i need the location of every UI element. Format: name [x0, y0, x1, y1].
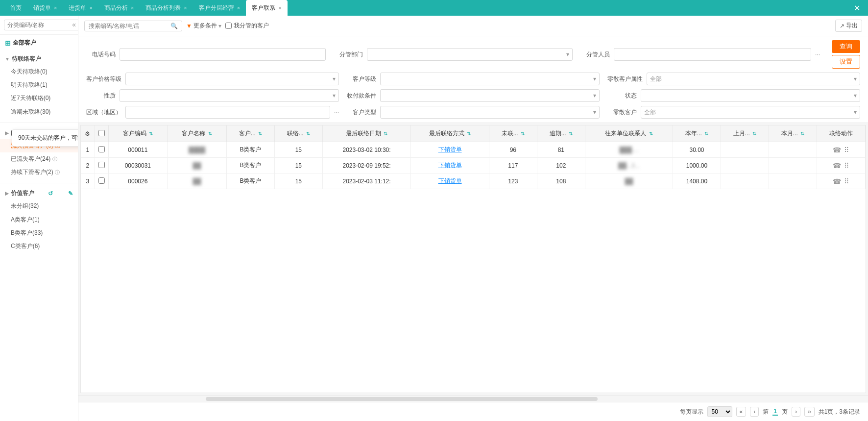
person-select[interactable] [614, 48, 811, 61]
sort-overdue-icon[interactable]: ⇅ [569, 131, 573, 136]
sidebar-item-class-b[interactable]: B类客户(33) [0, 226, 78, 240]
filter-zero-customer: 零散客户 全部 ▾ [607, 106, 860, 119]
more-conditions-btn[interactable]: ▼ 更多条件 ▾ [186, 22, 221, 30]
query-btn[interactable]: 查询 [832, 40, 860, 53]
tab-sales-close[interactable]: × [54, 5, 57, 11]
sort-this-month-icon[interactable]: ⇅ [800, 131, 804, 136]
phone-action-icon-2[interactable]: ☎ [833, 177, 841, 185]
tab-sales[interactable]: 销货单 × [27, 0, 63, 16]
customer-type-select[interactable]: ▾ [380, 106, 600, 119]
search-input[interactable] [89, 23, 170, 29]
tab-purchase[interactable]: 进货单 × [63, 0, 98, 16]
customer-level-select[interactable]: ▾ [380, 73, 600, 85]
sidebar-item-today[interactable]: 今天待联络(0) [0, 65, 78, 78]
th-type: 客户... ⇅ [226, 125, 274, 142]
sort-method-icon[interactable]: ⇅ [467, 131, 471, 136]
phone-action-icon-1[interactable]: ☎ [833, 162, 841, 170]
zero-customer-select[interactable]: 全部 ▾ [641, 106, 860, 119]
tab-customer-contact-close[interactable]: × [278, 5, 281, 11]
arrow-down-icon: ▼ [5, 56, 10, 62]
tab-customer-tier-close[interactable]: × [237, 5, 240, 11]
row-checkbox-0[interactable] [98, 146, 105, 152]
sort-type-icon[interactable]: ⇅ [258, 131, 262, 136]
price-level-select[interactable]: ▾ [125, 73, 339, 85]
sort-code-icon[interactable]: ⇅ [149, 131, 153, 136]
cell-method-2[interactable]: 下销货单 [411, 173, 489, 189]
per-page-select[interactable]: 50 20 100 [707, 406, 732, 417]
chevron-icon: ▾ [218, 23, 221, 29]
close-window-btn[interactable]: ✕ [850, 3, 864, 13]
sidebar-item-week[interactable]: 近7天待联络(0) [0, 92, 78, 105]
cell-checkbox-1[interactable] [95, 158, 108, 173]
th-settings[interactable]: ⚙ [81, 125, 95, 142]
payment-select[interactable]: ▾ [380, 89, 600, 102]
sort-date-icon[interactable]: ⇅ [384, 131, 387, 136]
cell-method-1[interactable]: 下销货单 [411, 158, 489, 173]
scrollbar-thumb[interactable] [206, 397, 598, 401]
sidebar-item-tomorrow[interactable]: 明天待联络(1) [0, 78, 78, 92]
sort-uncontacted-icon[interactable]: ⇅ [521, 131, 525, 136]
sidebar-item-overdue[interactable]: 逾期未联络(30) [0, 105, 78, 119]
tab-product-analysis[interactable]: 商品分析 × [98, 0, 140, 16]
sidebar-value-title[interactable]: ▶ 价值客户 ↺ ✎ [0, 187, 78, 199]
tab-purchase-close[interactable]: × [89, 5, 92, 11]
th-checkbox[interactable] [95, 125, 108, 142]
phone-action-icon-0[interactable]: ☎ [833, 146, 841, 154]
tab-customer-tier[interactable]: 客户分层经营 × [193, 0, 246, 16]
last-page-btn[interactable]: » [804, 407, 815, 417]
tab-product-list[interactable]: 商品分析列表 × [140, 0, 193, 16]
sort-name-icon[interactable]: ⇅ [208, 131, 212, 136]
tab-product-list-close[interactable]: × [184, 5, 187, 11]
tab-customer-contact[interactable]: 客户联系 × [246, 0, 287, 16]
sidebar-item-class-c[interactable]: C类客户(6) [0, 240, 78, 253]
row-checkbox-2[interactable] [98, 177, 105, 184]
region-ellipsis[interactable]: ··· [334, 109, 339, 116]
more-action-icon-1[interactable]: ⠿ [844, 162, 849, 170]
dept-select[interactable]: ▾ [367, 48, 573, 61]
sidebar-item-ungrouped[interactable]: 未分组(32) [0, 199, 78, 213]
my-customers-checkbox[interactable]: 我分管的客户 [225, 22, 269, 30]
horizontal-scrollbar[interactable] [78, 395, 868, 402]
sidebar-item-class-a[interactable]: A类客户(1) [0, 213, 78, 226]
gender-select[interactable]: ▾ [120, 89, 339, 102]
phone-input[interactable] [120, 48, 326, 61]
status-select[interactable]: ▾ [641, 89, 860, 102]
value-label: 价值客户 [11, 189, 34, 198]
row-checkbox-1[interactable] [98, 162, 105, 168]
payment-label: 收付款条件 [347, 92, 376, 100]
first-page-btn[interactable]: « [736, 407, 747, 417]
person-ellipsis[interactable]: ··· [815, 51, 820, 58]
more-conditions-label: 更多条件 [193, 22, 217, 30]
edit-icon[interactable]: ✎ [68, 190, 73, 197]
tab-home[interactable]: 首页 [4, 0, 27, 16]
zero-attr-select[interactable]: 全部 ▾ [647, 73, 860, 85]
sidebar-item-declining[interactable]: 持续下滑客户(2) ⓘ [0, 166, 78, 179]
sidebar-all-customers[interactable]: ⊞ 全部客户 [0, 35, 78, 51]
cell-checkbox-0[interactable] [95, 142, 108, 158]
filter-gender: 性质 ▾ [86, 89, 339, 102]
more-action-icon-0[interactable]: ⠿ [844, 146, 849, 154]
settings-btn[interactable]: 设置 [832, 55, 860, 69]
refresh-icon[interactable]: ↺ [48, 190, 53, 197]
cell-name-1: ██ [168, 158, 227, 173]
sort-contacts-icon[interactable]: ⇅ [649, 131, 653, 136]
cell-checkbox-2[interactable] [95, 173, 108, 189]
sort-last-month-icon[interactable]: ⇅ [752, 131, 756, 136]
prev-page-btn[interactable]: ‹ [750, 407, 759, 417]
sidebar-search-input[interactable] [4, 20, 78, 30]
sort-year-icon[interactable]: ⇅ [704, 131, 708, 136]
tab-product-analysis-close[interactable]: × [131, 5, 134, 11]
search-icon[interactable]: 🔍 [170, 23, 178, 29]
more-action-icon-2[interactable]: ⠿ [844, 177, 849, 185]
cell-method-0[interactable]: 下销货单 [411, 142, 489, 158]
next-page-btn[interactable]: › [792, 407, 800, 417]
sort-contact-icon[interactable]: ⇅ [306, 131, 310, 136]
sidebar-collapse-btn[interactable]: « [72, 21, 76, 28]
price-level-label: 客户价格等级 [86, 75, 121, 83]
sidebar-pending-title[interactable]: ▼ 待联络客户 [0, 53, 78, 65]
select-all-checkbox[interactable] [98, 130, 105, 136]
my-customers-input[interactable] [225, 23, 232, 29]
export-btn[interactable]: ↗ 导出 [835, 20, 862, 32]
sidebar-item-churned[interactable]: 已流失客户(24) ⓘ [0, 152, 78, 166]
region-select[interactable] [125, 106, 330, 119]
